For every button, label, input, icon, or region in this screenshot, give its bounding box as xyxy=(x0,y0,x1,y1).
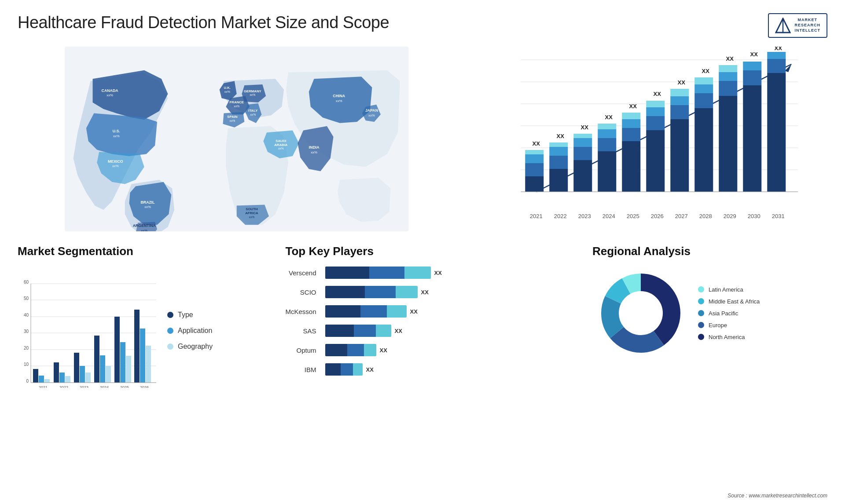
svg-text:xx%: xx% xyxy=(144,205,151,209)
svg-rect-125 xyxy=(44,379,50,383)
reg-label-mea: Middle East & Africa xyxy=(709,298,760,305)
world-map-svg: CANADA xx% U.S. xx% MEXICO xx% BRAZIL xx… xyxy=(18,47,456,231)
svg-rect-80 xyxy=(670,119,689,192)
player-bar-row-2: XX xyxy=(325,303,579,319)
svg-rect-139 xyxy=(114,317,120,383)
svg-rect-51 xyxy=(549,156,568,169)
svg-text:SPAIN: SPAIN xyxy=(227,115,238,119)
bar-seg3-0 xyxy=(404,267,431,279)
player-bar-row-3: XX xyxy=(325,323,579,339)
svg-rect-94 xyxy=(719,72,737,81)
svg-text:XX: XX xyxy=(702,68,709,74)
player-names-list: Verscend SCIO McKesson SAS Optum IBM xyxy=(286,265,316,377)
logo: MARKET RESEARCH INTELLECT xyxy=(768,13,827,38)
svg-text:FRANCE: FRANCE xyxy=(230,100,244,104)
bar-seg1-4 xyxy=(325,344,347,356)
svg-text:XX: XX xyxy=(774,47,782,51)
svg-text:0: 0 xyxy=(26,379,29,383)
player-name-mckesson: McKesson xyxy=(286,303,316,319)
player-bar-row-0: XX xyxy=(325,265,579,281)
logo-text-line1: MARKET xyxy=(794,18,820,23)
reg-label-latin-america: Latin America xyxy=(709,286,743,293)
svg-text:2022: 2022 xyxy=(59,385,68,388)
svg-rect-129 xyxy=(65,376,70,383)
svg-rect-100 xyxy=(743,62,761,70)
svg-rect-93 xyxy=(719,81,737,96)
svg-rect-82 xyxy=(670,96,689,105)
svg-text:ARGENTINA: ARGENTINA xyxy=(133,223,156,228)
reg-label-europe: Europe xyxy=(709,322,727,329)
svg-text:xx%: xx% xyxy=(368,113,375,117)
svg-text:20: 20 xyxy=(24,346,29,351)
svg-rect-135 xyxy=(94,336,99,383)
svg-rect-83 xyxy=(670,89,689,96)
reg-dot-mea xyxy=(698,298,704,304)
legend-label-type: Type xyxy=(178,311,193,319)
svg-text:XX: XX xyxy=(726,55,734,62)
svg-rect-86 xyxy=(694,108,713,192)
svg-rect-131 xyxy=(74,353,79,383)
svg-text:xx%: xx% xyxy=(278,147,284,150)
header: Healthcare Fraud Detection Market Size a… xyxy=(18,13,827,38)
svg-text:MEXICO: MEXICO xyxy=(108,159,123,164)
svg-text:xx%: xx% xyxy=(250,93,255,96)
regional-analysis-section: Regional Analysis xyxy=(592,245,827,412)
svg-text:BRAZIL: BRAZIL xyxy=(140,200,155,205)
svg-text:xx%: xx% xyxy=(311,150,317,154)
bar-label-2: XX xyxy=(410,308,418,315)
player-bar-row-1: XX xyxy=(325,284,579,300)
svg-rect-63 xyxy=(598,138,616,151)
svg-point-154 xyxy=(620,292,662,334)
bar-seg1-1 xyxy=(325,286,365,298)
svg-text:2025: 2025 xyxy=(626,213,639,219)
bar-label-4: XX xyxy=(380,347,387,354)
legend-item-application: Application xyxy=(167,327,213,335)
player-bars-list: XX XX xyxy=(325,265,579,377)
svg-text:XX: XX xyxy=(532,140,540,147)
logo-text-line3: INTELLECT xyxy=(794,28,820,33)
regional-content: Latin America Middle East & Africa Asia … xyxy=(592,265,827,362)
growth-chart-svg: XX 2021 XX 2022 XX 2023 xyxy=(469,47,828,231)
bar-seg3-2 xyxy=(387,305,407,318)
svg-text:SAUDI: SAUDI xyxy=(276,139,286,143)
bar-seg1-3 xyxy=(325,325,354,337)
bar-label-3: XX xyxy=(395,328,402,334)
bar-seg2-5 xyxy=(341,363,353,376)
svg-rect-141 xyxy=(126,356,131,383)
svg-text:XX: XX xyxy=(750,51,758,58)
svg-text:2026: 2026 xyxy=(140,385,149,388)
svg-text:xx%: xx% xyxy=(224,90,230,93)
reg-legend-mea: Middle East & Africa xyxy=(698,298,760,305)
svg-rect-65 xyxy=(598,124,616,129)
svg-text:XX: XX xyxy=(653,91,661,97)
svg-text:50: 50 xyxy=(24,296,29,301)
svg-rect-76 xyxy=(646,107,665,116)
svg-rect-64 xyxy=(598,129,616,138)
svg-text:10: 10 xyxy=(24,362,29,367)
svg-text:CHINA: CHINA xyxy=(333,94,345,98)
market-seg-title: Market Segmentation xyxy=(18,245,272,258)
svg-text:2031: 2031 xyxy=(772,213,784,219)
key-players-section: Top Key Players Verscend SCIO McKesson S… xyxy=(286,245,580,412)
top-section: CANADA xx% U.S. xx% MEXICO xx% BRAZIL xx… xyxy=(18,47,827,231)
bar-seg2-4 xyxy=(347,344,364,356)
reg-legend-north-america: North America xyxy=(698,334,760,340)
reg-dot-latin-america xyxy=(698,286,704,292)
svg-rect-53 xyxy=(549,142,568,147)
bar-seg3-3 xyxy=(376,325,391,337)
logo-text-line2: RESEARCH xyxy=(794,23,820,28)
seg-chart-svg: 0 10 20 30 40 50 60 xyxy=(18,265,158,388)
bar-label-0: XX xyxy=(434,270,442,276)
svg-rect-98 xyxy=(743,85,761,192)
svg-rect-59 xyxy=(573,134,592,138)
svg-text:xx%: xx% xyxy=(336,99,342,103)
svg-rect-87 xyxy=(694,93,713,108)
svg-text:xx%: xx% xyxy=(107,93,113,97)
svg-text:2021: 2021 xyxy=(529,213,542,219)
svg-text:60: 60 xyxy=(24,280,29,285)
svg-rect-52 xyxy=(549,147,568,156)
svg-text:2030: 2030 xyxy=(747,213,760,219)
svg-rect-62 xyxy=(598,151,616,192)
legend-dot-application xyxy=(167,328,173,334)
svg-rect-47 xyxy=(525,150,544,154)
